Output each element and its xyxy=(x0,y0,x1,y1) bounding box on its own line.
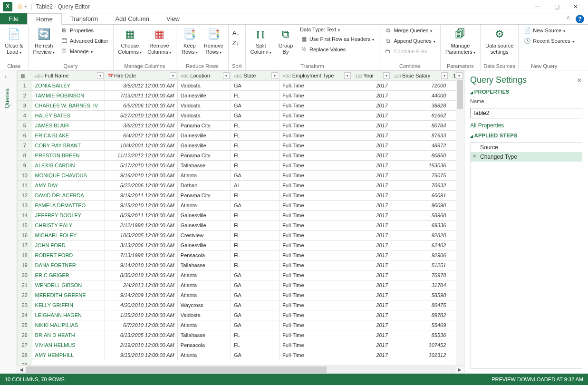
cell-location[interactable]: Atlanta xyxy=(177,201,231,211)
table-row[interactable]: 23KELLY GRIFFIN4/20/2010 12:00:00 AMWayc… xyxy=(18,300,464,310)
cell-hire-date[interactable]: 1/25/2010 12:00:00 AM xyxy=(105,310,177,320)
cell-base-salary[interactable]: 48972 xyxy=(391,141,449,151)
column-header[interactable]: ABCState ▾ xyxy=(231,71,280,81)
cell-location[interactable]: Tallahasse xyxy=(177,330,231,340)
cell-base-salary[interactable]: 89782 xyxy=(391,310,449,320)
cell-location[interactable]: Atlanta xyxy=(177,350,231,360)
column-filter-dropdown[interactable]: ▾ xyxy=(271,72,278,79)
row-number[interactable]: 5 xyxy=(18,121,32,131)
cell-state[interactable]: FL xyxy=(231,231,280,241)
cell-full-name[interactable]: CORY RAY BRANT xyxy=(32,141,105,151)
cell-hire-date[interactable]: 10/4/2001 12:00:00 AM xyxy=(105,141,177,151)
applied-step[interactable]: Changed Type xyxy=(471,152,582,162)
cell-full-name[interactable]: VIVIAN HELMUS xyxy=(32,340,105,350)
refresh-preview-button[interactable]: 🔄 Refresh Preview xyxy=(31,26,57,56)
row-number[interactable]: 19 xyxy=(18,260,32,270)
cell-year[interactable]: 2017 xyxy=(352,260,391,270)
cell-year[interactable]: 2017 xyxy=(352,101,391,111)
cell-full-name[interactable]: CHARLES W. BARNES, IV xyxy=(32,101,105,111)
horizontal-scrollbar[interactable]: ◀ ▶ xyxy=(17,365,464,374)
row-number[interactable]: 15 xyxy=(18,221,32,231)
new-source-button[interactable]: 📄New Source xyxy=(521,26,576,35)
group-by-button[interactable]: ⧉ Group By xyxy=(275,26,296,56)
cell-location[interactable]: Dothan xyxy=(177,181,231,191)
cell-hire-date[interactable]: 7/13/1998 12:00:00 AM xyxy=(105,250,177,260)
cell-full-name[interactable]: KELLY GRIFFIN xyxy=(32,300,105,310)
cell-year[interactable]: 2017 xyxy=(352,201,391,211)
cell-employment-type[interactable]: Full-Time xyxy=(280,201,352,211)
cell-state[interactable]: GA xyxy=(231,111,280,121)
data-source-settings-button[interactable]: ⚙ Data source settings xyxy=(483,26,515,56)
row-number[interactable]: 13 xyxy=(18,201,32,211)
cell-hire-date[interactable]: 9/14/2010 12:00:00 AM xyxy=(105,260,177,270)
row-number[interactable]: 14 xyxy=(18,211,32,221)
cell-base-salary[interactable]: 62402 xyxy=(391,241,449,250)
cell-full-name[interactable]: JAMES BLAIR xyxy=(32,121,105,131)
cell-state[interactable]: GA xyxy=(231,101,280,111)
column-header[interactable]: ABCEmployment Type ▾ xyxy=(280,71,352,81)
queries-pane-collapsed[interactable]: › Queries xyxy=(0,70,17,374)
row-number[interactable]: 12 xyxy=(18,191,32,201)
cell-base-salary[interactable]: 38828 xyxy=(391,101,449,111)
cell-hire-date[interactable]: 8/30/2010 12:00:00 AM xyxy=(105,270,177,280)
row-number[interactable]: 27 xyxy=(18,340,32,350)
cell-year[interactable]: 2017 xyxy=(352,280,391,290)
cell-employment-type[interactable]: Full-Time xyxy=(280,241,352,250)
smiley-icon[interactable]: ☺ xyxy=(16,2,24,11)
cell-base-salary[interactable]: 70632 xyxy=(391,181,449,191)
applied-step[interactable]: Source xyxy=(471,143,582,152)
table-row[interactable]: 22MEREDITH GREENE9/14/2009 12:00:00 AMAt… xyxy=(18,290,464,300)
cell-base-salary[interactable]: 58968 xyxy=(391,211,449,221)
cell-location[interactable]: Gainesville xyxy=(177,241,231,250)
cell-location[interactable]: Atlanta xyxy=(177,280,231,290)
cell-employment-type[interactable]: Full-Time xyxy=(280,91,352,101)
cell-full-name[interactable]: ERIC GEIGER xyxy=(32,270,105,280)
cell-full-name[interactable]: PRESTON BREEN xyxy=(32,151,105,161)
row-number[interactable]: 18 xyxy=(18,250,32,260)
cell-year[interactable]: 2017 xyxy=(352,270,391,280)
remove-rows-button[interactable]: 📑 Remove Rows xyxy=(202,26,225,56)
cell-employment-type[interactable]: Full-Time xyxy=(280,151,352,161)
tab-add-column[interactable]: Add Column xyxy=(106,13,158,24)
first-row-headers-button[interactable]: ▦Use First Row as Headers xyxy=(298,34,376,44)
column-filter-dropdown[interactable]: ▾ xyxy=(456,72,463,79)
cell-employment-type[interactable]: Full-Time xyxy=(280,350,352,360)
cell-hire-date[interactable]: 8/29/2011 12:00:00 AM xyxy=(105,211,177,221)
cell-location[interactable]: Atlanta xyxy=(177,320,231,330)
cell-base-salary[interactable]: 58598 xyxy=(391,290,449,300)
column-header[interactable]: 123Year ▾ xyxy=(352,71,391,81)
cell-year[interactable]: 2017 xyxy=(352,310,391,320)
cell-full-name[interactable]: TAMMIE ROBINSON xyxy=(32,91,105,101)
cell-full-name[interactable]: MICHAEL FOLEY xyxy=(32,231,105,241)
remove-columns-button[interactable]: ▦ Remove Columns xyxy=(145,26,173,56)
help-icon[interactable]: ? xyxy=(576,15,584,23)
cell-full-name[interactable]: DANA FORTNER xyxy=(32,260,105,270)
scroll-right-icon[interactable]: ▶ xyxy=(455,367,464,372)
cell-employment-type[interactable]: Full-Time xyxy=(280,260,352,270)
cell-full-name[interactable]: CHRISTY EALY xyxy=(32,221,105,231)
table-row[interactable]: 25NIKKI HALIPILIAS6/7/2010 12:00:00 AMAt… xyxy=(18,320,464,330)
cell-full-name[interactable]: AMY HEMPHILL xyxy=(32,350,105,360)
row-number[interactable]: 28 xyxy=(18,350,32,360)
table-row[interactable]: 2TAMMIE ROBINSON7/13/2011 12:00:00 AMGai… xyxy=(18,91,464,101)
column-header[interactable]: 1.2 ▾ xyxy=(449,71,464,81)
cell-location[interactable]: Valdosta xyxy=(177,310,231,320)
cell-base-salary[interactable]: 75075 xyxy=(391,171,449,181)
column-header[interactable]: 📅Hire Date ▾ xyxy=(105,71,177,81)
advanced-editor-button[interactable]: 🗔Advanced Editor xyxy=(58,36,110,46)
cell-base-salary[interactable]: 72000 xyxy=(391,81,449,91)
cell-base-salary[interactable]: 87633 xyxy=(391,131,449,141)
column-header[interactable]: ABCLocation ▾ xyxy=(177,71,231,81)
cell-hire-date[interactable]: 9/15/2010 12:00:00 AM xyxy=(105,201,177,211)
table-row[interactable]: 13PAMELA DEMATTEO9/15/2010 12:00:00 AMAt… xyxy=(18,201,464,211)
table-row[interactable]: 12DAVID DELACERDA9/19/2011 12:00:00 AMPa… xyxy=(18,191,464,201)
cell-year[interactable]: 2017 xyxy=(352,191,391,201)
cell-year[interactable]: 2017 xyxy=(352,231,391,241)
cell-location[interactable]: Gainesville xyxy=(177,211,231,221)
cell-hire-date[interactable]: 9/15/2010 12:00:00 AM xyxy=(105,350,177,360)
row-number[interactable]: 3 xyxy=(18,101,32,111)
minimize-button[interactable]: — xyxy=(528,3,547,10)
collapse-ribbon-icon[interactable]: ᐱ xyxy=(567,15,570,24)
cell-base-salary[interactable]: 44000 xyxy=(391,91,449,101)
cell-hire-date[interactable]: 7/13/2011 12:00:00 AM xyxy=(105,91,177,101)
